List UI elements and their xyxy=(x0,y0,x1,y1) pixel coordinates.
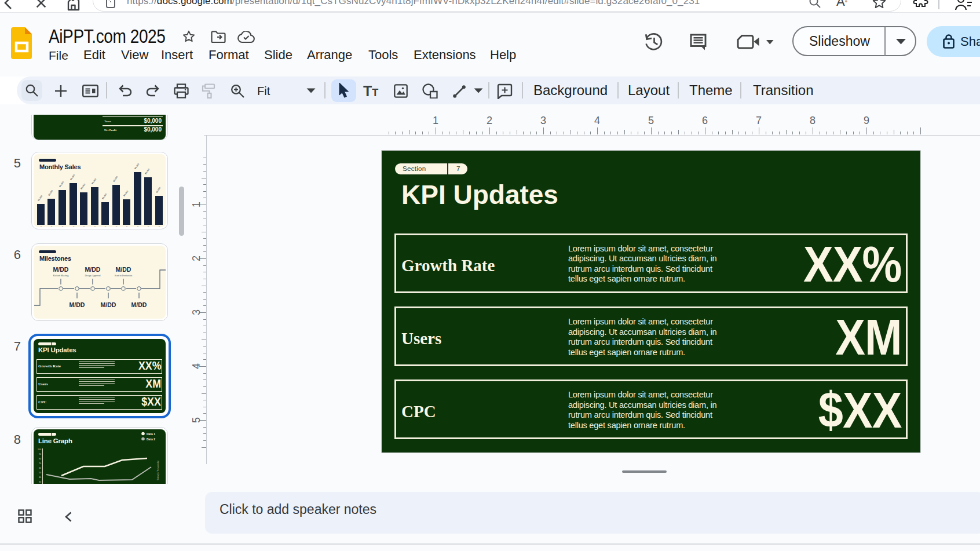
svg-text:Data 1: Data 1 xyxy=(147,432,155,436)
svg-text:M/DD: M/DD xyxy=(53,266,69,273)
svg-text:M/DD: M/DD xyxy=(70,301,85,308)
svg-text:30: 30 xyxy=(39,481,41,483)
svg-text:Kickoff Meeting: Kickoff Meeting xyxy=(53,274,69,277)
svg-text:70: 70 xyxy=(39,462,41,465)
svg-text:Send to Production: Send to Production xyxy=(115,274,133,277)
svg-text:M/DD: M/DD xyxy=(85,266,101,273)
svg-text:80: 80 xyxy=(39,458,41,460)
svg-text:M/DD: M/DD xyxy=(101,301,116,308)
svg-text:Sales (in Thousands): Sales (in Thousands) xyxy=(157,461,159,480)
svg-text:60: 60 xyxy=(39,467,41,469)
svg-text:100: 100 xyxy=(38,448,41,451)
svg-text:Data 2: Data 2 xyxy=(147,437,155,441)
svg-text:50: 50 xyxy=(39,472,41,474)
svg-text:M/DD: M/DD xyxy=(116,266,131,273)
svg-text:40: 40 xyxy=(39,476,41,479)
svg-text:Design Approval: Design Approval xyxy=(85,274,101,277)
svg-text:M/DD: M/DD xyxy=(131,301,147,308)
svg-text:90: 90 xyxy=(39,453,41,455)
